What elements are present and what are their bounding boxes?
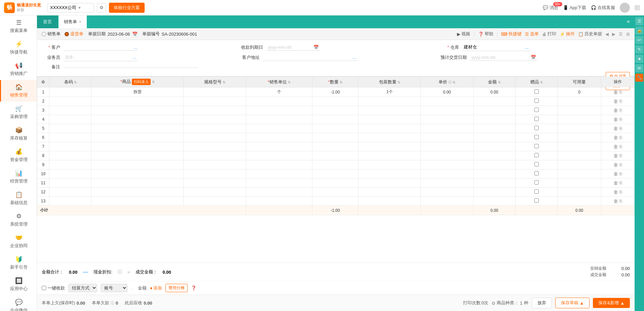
copy-row-icon[interactable]: ⎘: [619, 108, 622, 113]
row-unit-price[interactable]: [421, 179, 473, 188]
message-button[interactable]: 💬 消息 99+: [543, 5, 558, 11]
remarks-input[interactable]: [64, 66, 198, 68]
row-quantity[interactable]: [312, 106, 358, 115]
right-panel-btn-7[interactable]: 🔧: [635, 74, 643, 82]
copy-row-icon[interactable]: ⎘: [619, 126, 622, 131]
fee-help-icon[interactable]: ❓: [191, 285, 196, 290]
row-spec[interactable]: [184, 133, 246, 142]
salesman-select-button[interactable]: ...: [132, 55, 136, 60]
row-product[interactable]: [91, 179, 184, 188]
right-panel-btn-3[interactable]: ↩: [635, 36, 643, 44]
sidebar-item-sales[interactable]: 🏠 销售管理: [0, 80, 37, 102]
row-product[interactable]: [91, 142, 184, 151]
one-click-payment-checkbox[interactable]: 一键收款: [42, 285, 65, 291]
row-barcode[interactable]: [49, 179, 91, 188]
right-panel-btn-5[interactable]: ★: [635, 55, 643, 63]
sidebar-item-purchase[interactable]: 🛒 采购管理: [0, 102, 37, 123]
delete-row-icon[interactable]: 🗑: [613, 189, 618, 195]
row-unit-price[interactable]: [421, 97, 473, 106]
sidebar-item-apps[interactable]: 🔲 应用中心: [0, 274, 37, 295]
row-pack-qty[interactable]: [358, 151, 421, 160]
radio-sales-order[interactable]: 销售单: [42, 31, 61, 37]
calendar-icon[interactable]: 📅: [132, 32, 138, 37]
row-product[interactable]: [91, 197, 184, 206]
view-grid-button[interactable]: ⊞: [626, 32, 630, 37]
row-quantity[interactable]: [312, 115, 358, 124]
row-amount[interactable]: [473, 124, 515, 133]
right-panel-btn-4[interactable]: ✎: [635, 45, 643, 53]
row-amount[interactable]: [473, 151, 515, 160]
row-amount[interactable]: [473, 179, 515, 188]
nav-next-button[interactable]: ▶: [612, 32, 615, 37]
row-spec[interactable]: [184, 115, 246, 124]
row-unit-price[interactable]: [421, 169, 473, 179]
row-amount[interactable]: 0.00: [473, 87, 515, 97]
row-pack-qty[interactable]: [358, 188, 421, 197]
view-list-button[interactable]: ☰: [619, 32, 623, 37]
delete-row-icon[interactable]: 🗑: [613, 135, 618, 140]
row-gift[interactable]: [516, 179, 558, 188]
row-spec[interactable]: [184, 179, 246, 188]
copy-row-icon[interactable]: ⎘: [619, 99, 622, 104]
row-unit[interactable]: [246, 151, 312, 160]
sidebar-item-search[interactable]: ☰ 搜索菜单: [0, 15, 37, 37]
row-spec[interactable]: [184, 87, 246, 97]
row-gift[interactable]: [516, 197, 558, 206]
sidebar-item-basic[interactable]: 📋 基础信息: [0, 188, 37, 209]
table-settings-icon[interactable]: ⚙: [37, 77, 49, 87]
row-unit[interactable]: [246, 188, 312, 197]
delete-row-icon[interactable]: 🗑: [613, 99, 618, 104]
user-avatar[interactable]: [620, 3, 630, 13]
row-pack-qty[interactable]: [358, 133, 421, 142]
delete-row-icon[interactable]: 🗑: [613, 108, 618, 113]
row-quantity[interactable]: [312, 179, 358, 188]
row-unit[interactable]: [246, 97, 312, 106]
tab-home[interactable]: 首页: [37, 15, 58, 28]
row-pack-qty[interactable]: [358, 179, 421, 188]
row-quantity[interactable]: [312, 160, 358, 169]
delete-row-icon[interactable]: 🗑: [613, 180, 618, 186]
row-barcode[interactable]: [49, 151, 91, 160]
row-spec[interactable]: [184, 197, 246, 206]
row-quantity[interactable]: [312, 197, 358, 206]
row-amount[interactable]: [473, 197, 515, 206]
row-quantity[interactable]: -1.00: [312, 87, 358, 97]
row-spec[interactable]: [184, 151, 246, 160]
right-panel-btn-6[interactable]: ✉: [635, 64, 643, 72]
row-unit[interactable]: [246, 133, 312, 142]
online-support-button[interactable]: 🎧 在线客服: [591, 5, 615, 11]
row-quantity[interactable]: [312, 169, 358, 179]
row-unit-price[interactable]: [421, 142, 473, 151]
delete-row-icon[interactable]: 🗑: [613, 144, 618, 149]
row-pack-qty[interactable]: [358, 97, 421, 106]
row-gift[interactable]: [516, 97, 558, 106]
row-spec[interactable]: [184, 124, 246, 133]
row-amount[interactable]: [473, 142, 515, 151]
delete-row-icon[interactable]: 🗑: [613, 162, 618, 167]
row-spec[interactable]: [184, 188, 246, 197]
right-panel-btn-2[interactable]: 🔒: [635, 27, 643, 35]
row-gift[interactable]: [516, 151, 558, 160]
help-tool-button[interactable]: ❓帮助: [478, 31, 493, 37]
shortcut-tool-button[interactable]: ⌨快捷键: [501, 31, 522, 37]
sidebar-item-corp[interactable]: 🤝 企业协同: [0, 231, 37, 252]
row-pack-qty[interactable]: [358, 160, 421, 169]
row-barcode[interactable]: [49, 188, 91, 197]
copy-row-icon[interactable]: ⎘: [619, 135, 622, 140]
row-barcode[interactable]: [49, 160, 91, 169]
row-amount[interactable]: [473, 188, 515, 197]
row-amount[interactable]: [473, 106, 515, 115]
row-amount[interactable]: [473, 115, 515, 124]
row-unit[interactable]: [246, 115, 312, 124]
row-unit-price[interactable]: [421, 115, 473, 124]
row-barcode[interactable]: [49, 115, 91, 124]
row-quantity[interactable]: [312, 151, 358, 160]
copy-row-icon[interactable]: ⎘: [619, 171, 622, 177]
row-barcode[interactable]: [49, 197, 91, 206]
row-barcode[interactable]: [49, 106, 91, 115]
row-product[interactable]: [91, 160, 184, 169]
row-unit[interactable]: [246, 169, 312, 179]
copy-row-icon[interactable]: ⎘: [619, 189, 622, 195]
history-button[interactable]: 📋历史单据: [578, 31, 602, 37]
row-unit[interactable]: [246, 106, 312, 115]
